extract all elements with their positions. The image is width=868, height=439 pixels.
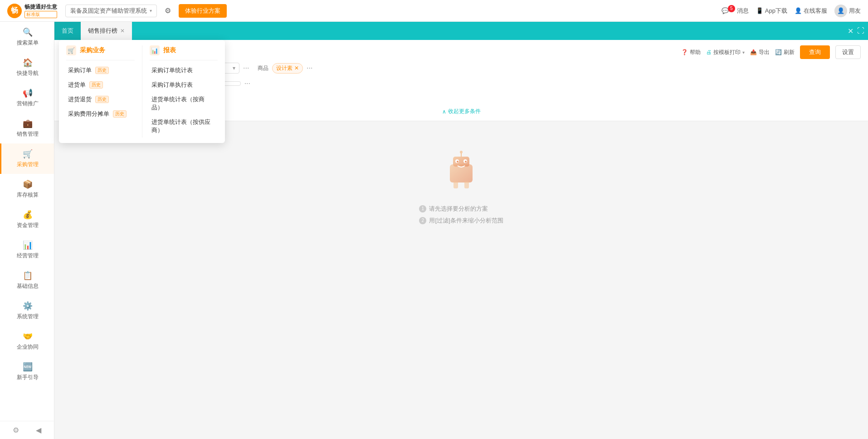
sidebar-collapse-icon[interactable]: ◀: [36, 426, 41, 434]
export-label: 导出: [759, 49, 770, 56]
dropdown-item-po-exec[interactable]: 采购订单执行表: [150, 78, 218, 92]
inventory-icon: 📦: [23, 179, 33, 189]
collapse-up-icon: ∧: [442, 109, 446, 115]
sidebar-settings-icon[interactable]: ⚙: [13, 426, 19, 434]
operation-icon: 📊: [23, 240, 33, 250]
sidebar-item-finance[interactable]: 💰 资金管理: [0, 204, 54, 235]
online-service-label: 在线客服: [804, 7, 827, 15]
help-icon: ❓: [681, 49, 688, 55]
empty-tip-1-text: 请先选择要分析的方案: [429, 203, 488, 215]
setting-button[interactable]: 设置: [835, 45, 861, 59]
sidebar-label-finance: 资金管理: [17, 222, 39, 229]
sidebar-item-sales[interactable]: 💼 销售管理: [0, 113, 54, 143]
tab-expand-icon[interactable]: ⛶: [857, 27, 864, 35]
tab-close-all-icon[interactable]: ✕: [848, 27, 853, 35]
search-icon: 🔍: [23, 27, 33, 37]
goods-tag-close[interactable]: ✕: [294, 65, 299, 71]
bill-status-chevron: ▾: [233, 65, 235, 71]
history-tag-1: 历史: [95, 67, 109, 74]
dropdown-item-expense[interactable]: 采购费用分摊单 历史: [66, 107, 135, 121]
sidebar-item-guide[interactable]: 🆕 新手引导: [0, 356, 54, 387]
purchase-col-icon: 🛒: [66, 45, 76, 55]
logo-text: 畅捷通好生意 标准版: [24, 3, 57, 18]
salesperson-dots[interactable]: ···: [244, 79, 250, 88]
bill-status-dots[interactable]: ···: [243, 64, 249, 72]
print-chevron: ▾: [742, 50, 745, 55]
dropdown-item-goods-stats[interactable]: 进货单统计表（按商品）: [150, 92, 218, 115]
sidebar-item-system[interactable]: ⚙️ 系统管理: [0, 296, 54, 326]
export-button[interactable]: 📤 导出: [750, 49, 770, 56]
industry-button[interactable]: 体验行业方案: [179, 4, 227, 18]
purchase-icon: 🛒: [23, 149, 33, 159]
po-stats-label: 采购订单统计表: [151, 66, 193, 74]
sidebar-item-basic[interactable]: 📋 基础信息: [0, 265, 54, 296]
sidebar-item-purchase[interactable]: 🛒 采购管理: [0, 143, 54, 174]
app-download-btn[interactable]: 📱 App下载: [756, 7, 787, 15]
tab-home[interactable]: 首页: [54, 22, 81, 40]
app-download-label: App下载: [765, 7, 787, 15]
print-label: 按模板打印: [713, 49, 741, 56]
sidebar-label-sales: 销售管理: [17, 130, 39, 138]
dropdown-item-incoming[interactable]: 进货单 历史: [66, 78, 135, 92]
username-label: 用友: [849, 7, 861, 15]
sidebar-label-operation: 经营管理: [17, 252, 39, 260]
print-icon: 🖨: [706, 49, 712, 55]
dropdown-item-supplier-stats[interactable]: 进货单统计表（按供应商）: [150, 115, 218, 138]
settings-icon[interactable]: ⚙: [161, 4, 175, 18]
dropdown-col-report-header: 📊 报表: [150, 45, 218, 60]
filter-goods: 商品 设计素 ✕ ···: [258, 63, 348, 74]
sidebar-item-quick-nav[interactable]: 🏠 快捷导航: [0, 52, 54, 83]
refresh-button[interactable]: 🔄 刷新: [775, 49, 795, 56]
print-button[interactable]: 🖨 按模板打印 ▾: [706, 49, 745, 56]
online-service-btn[interactable]: 👤 在线客服: [795, 7, 827, 15]
service-icon: 👤: [795, 7, 802, 14]
dropdown-item-return[interactable]: 进货退货 历史: [66, 92, 135, 107]
sidebar-item-marketing[interactable]: 📢 营销推广: [0, 83, 54, 113]
empty-tip-2-text: 用[过滤]条件来缩小分析范围: [429, 215, 503, 227]
header-right: 💬 5 消息 📱 App下载 👤 在线客服 👤 用友: [722, 5, 861, 17]
export-icon: 📤: [750, 49, 757, 55]
phone-icon: 📱: [756, 7, 763, 14]
basic-icon: 📋: [23, 271, 33, 281]
sidebar-label-system: 系统管理: [17, 313, 39, 321]
sidebar-label-inventory: 库存核算: [17, 191, 39, 199]
help-button[interactable]: ❓ 帮助: [681, 49, 701, 56]
sidebar-item-inventory[interactable]: 📦 库存核算: [0, 174, 54, 204]
tab-sales-rank[interactable]: 销售排行榜 ✕: [81, 22, 132, 40]
finance-icon: 💰: [23, 210, 33, 220]
tab-bar-right: ✕ ⛶: [848, 27, 868, 35]
empty-tips: 1 请先选择要分析的方案 2 用[过滤]条件来缩小分析范围: [419, 203, 503, 227]
sales-icon: 💼: [23, 118, 33, 128]
dropdown-item-po-stats[interactable]: 采购订单统计表: [150, 63, 218, 78]
enterprise-icon: 🤝: [23, 331, 33, 341]
goods-tag-value: 设计素: [276, 64, 293, 72]
svg-rect-9: [464, 182, 469, 188]
help-label: 帮助: [690, 49, 701, 56]
sidebar-label-marketing: 营销推广: [17, 100, 39, 108]
report-col-title: 报表: [163, 46, 176, 54]
dropdown-col-purchase: 🛒 采购业务 采购订单 历史 进货单 历史 进货退货 历史 采购费用分摊单 历史: [59, 45, 142, 138]
dropdown-item-purchase-order[interactable]: 采购订单 历史: [66, 63, 135, 78]
query-button[interactable]: 查询: [800, 45, 830, 59]
tab-close-icon[interactable]: ✕: [120, 28, 125, 34]
message-btn[interactable]: 💬 5 消息: [722, 7, 749, 15]
empty-illustration: [439, 148, 484, 194]
sidebar-item-operation[interactable]: 📊 经营管理: [0, 235, 54, 265]
sidebar-label-enterprise: 企业协同: [17, 343, 39, 351]
goods-label: 商品: [258, 64, 268, 72]
sidebar-item-search[interactable]: 🔍 搜索菜单: [0, 22, 54, 52]
incoming-label: 进货单: [68, 81, 86, 89]
system-selector[interactable]: 装备及固定资产辅助管理系统 ▾: [65, 5, 157, 17]
history-tag-2: 历史: [89, 81, 103, 89]
tab-home-label: 首页: [62, 27, 73, 35]
message-label: 消息: [737, 7, 749, 15]
user-btn[interactable]: 👤 用友: [834, 5, 861, 17]
goods-dots[interactable]: ···: [307, 64, 312, 72]
collapse-button[interactable]: ∧ 收起更多条件: [442, 108, 481, 115]
system-icon: ⚙️: [23, 301, 33, 311]
svg-rect-8: [454, 182, 458, 188]
sidebar-item-enterprise[interactable]: 🤝 企业协同: [0, 326, 54, 356]
expense-label: 采购费用分摊单: [68, 110, 109, 118]
supplier-stats-label: 进货单统计表（按供应商）: [151, 118, 216, 134]
sidebar-label-guide: 新手引导: [17, 374, 39, 381]
